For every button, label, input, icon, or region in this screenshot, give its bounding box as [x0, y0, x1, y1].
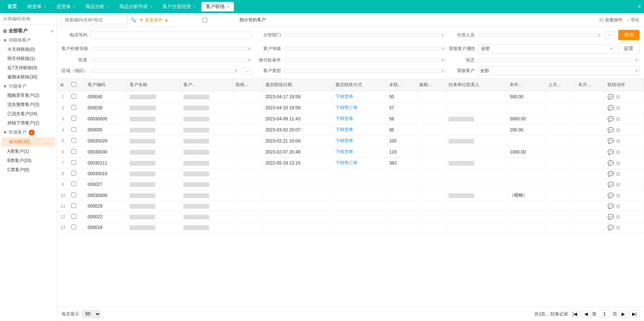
row-last-way[interactable]: 下销货单 — [333, 147, 387, 158]
more-conditions-btn[interactable]: ▼ 更多条件 ▲ — [139, 17, 169, 23]
filter-input-phone[interactable] — [90, 31, 252, 39]
query-button[interactable]: 查询 — [618, 30, 640, 40]
row-last-way[interactable]: 下销售订单 — [333, 158, 387, 169]
sidebar-item-class-b[interactable]: B类客户(33) — [0, 156, 57, 165]
sidebar-item-today[interactable]: 今天待联络(0) — [0, 45, 57, 54]
search-icon[interactable]: 🔍 — [131, 17, 136, 22]
more-icon[interactable]: ⊞ — [616, 214, 620, 220]
th-partner-contact[interactable]: 往来单位联系人 — [446, 79, 507, 91]
th-not-contact[interactable]: 未联... — [387, 79, 416, 91]
filter-select-status[interactable] — [478, 59, 640, 62]
close-product-analysis-icon[interactable]: × — [107, 5, 109, 9]
select-all-checkbox[interactable] — [71, 82, 76, 87]
filter-select-scatter[interactable]: 全部 — [478, 66, 640, 75]
more-icon[interactable]: ⊞ — [616, 127, 620, 133]
more-icon[interactable]: ⊞ — [616, 203, 620, 209]
close-customer-contact-icon[interactable]: × — [227, 5, 229, 9]
more-icon[interactable]: ⊞ — [616, 181, 620, 187]
prev-page-btn[interactable]: ◀ — [581, 310, 591, 318]
filter-select-nature[interactable] — [90, 59, 252, 62]
collapse-sidebar-icon[interactable]: « — [51, 28, 54, 34]
sidebar-item-abnormal[interactable]: 囤购异常客户(2) — [0, 91, 57, 100]
sidebar-item-ungrouped[interactable]: 未分组(32) — [1, 137, 55, 147]
more-icon[interactable]: ⊞ — [616, 225, 620, 230]
tab-customer-layer[interactable]: 客户分层经营 × — [158, 2, 200, 11]
sidebar-item-class-a[interactable]: A类客户(1) — [0, 147, 57, 156]
tab-customer-contact[interactable]: 客户联络 × — [201, 2, 234, 11]
row-last-way[interactable]: 下销货单 — [333, 91, 387, 102]
my-customers-check[interactable]: 我分管的客户 — [172, 17, 266, 23]
group-problem-customers[interactable]: ▼ 问题客户 — [0, 82, 57, 91]
chat-icon[interactable]: 💬 — [608, 160, 614, 166]
row-checkbox[interactable] — [69, 222, 85, 233]
th-code[interactable]: 客户编码 — [85, 79, 127, 91]
chat-icon[interactable]: 💬 — [608, 127, 614, 133]
row-checkbox[interactable] — [69, 158, 85, 169]
row-checkbox[interactable] — [69, 124, 85, 135]
last-page-btn[interactable]: ▶| — [629, 310, 640, 318]
sidebar-item-tomorrow[interactable]: 明天待联络(1) — [0, 54, 57, 63]
group-value-customers[interactable]: ▼ 价值客户 ● — [0, 128, 57, 137]
chat-icon[interactable]: 💬 — [608, 181, 614, 187]
row-last-way[interactable] — [333, 222, 387, 233]
row-checkbox[interactable] — [69, 212, 85, 222]
sidebar-item-lost[interactable]: 已流失客户(24) — [0, 109, 57, 119]
filter-person-dots-btn[interactable]: ··· — [605, 31, 615, 39]
close-purchase-icon[interactable]: × — [73, 5, 75, 9]
sidebar-item-7days[interactable]: 近7天待联络(0) — [0, 63, 57, 73]
more-icon[interactable]: ⊞ — [616, 193, 620, 198]
group-pending-contact[interactable]: ▼ 待联络客户 — [0, 36, 57, 45]
filter-select-payment[interactable] — [284, 59, 446, 62]
export-btn[interactable]: ↓ 导出 — [627, 17, 640, 23]
row-last-way[interactable] — [333, 201, 387, 212]
th-name[interactable]: 客户名称 — [127, 79, 181, 91]
filter-select-dept[interactable] — [284, 33, 446, 36]
more-icon[interactable]: ⊞ — [616, 149, 620, 155]
filter-select-customer-level[interactable] — [284, 47, 446, 50]
th-action[interactable]: 联络动作 — [605, 79, 644, 91]
row-last-way[interactable]: 下销货单 — [333, 113, 387, 124]
row-last-way[interactable]: 下销货单 — [333, 124, 387, 135]
row-last-way[interactable] — [333, 169, 387, 179]
tab-home[interactable]: 首页 — [3, 2, 21, 11]
more-icon[interactable]: ⊞ — [616, 160, 620, 166]
filter-select-price-level[interactable] — [91, 47, 252, 50]
reset-button[interactable]: 设置 — [617, 43, 640, 54]
row-last-way[interactable]: 下销售订单 — [333, 102, 387, 113]
page-size-select[interactable]: 50 100 200 — [82, 310, 101, 318]
tab-sales[interactable]: 销货单 × — [23, 2, 50, 11]
tab-product-analysis-list[interactable]: 商品分析列表 × — [115, 2, 157, 11]
tab-product-analysis[interactable]: 商品分析 × — [81, 2, 113, 11]
row-checkbox[interactable] — [69, 135, 85, 147]
th-this-month[interactable]: 本月... — [576, 79, 605, 91]
chat-icon[interactable]: 💬 — [608, 214, 614, 220]
chat-icon[interactable]: 💬 — [608, 171, 614, 177]
th-contact[interactable]: 联络... — [233, 79, 263, 91]
chat-icon[interactable]: 💬 — [608, 94, 614, 100]
batch-operations-btn[interactable]: ☑ 批量操作 — [599, 17, 623, 23]
chat-icon[interactable]: 💬 — [608, 105, 614, 111]
all-customers-header[interactable]: ⊞ 全部客户 « — [0, 25, 57, 36]
chat-icon[interactable]: 💬 — [608, 138, 614, 144]
first-page-btn[interactable]: |◀ — [570, 310, 580, 318]
row-checkbox[interactable] — [69, 91, 85, 102]
filter-select-person[interactable] — [478, 33, 602, 36]
chat-icon[interactable]: 💬 — [608, 203, 614, 209]
chat-icon[interactable]: 💬 — [608, 225, 614, 230]
chat-icon[interactable]: 💬 — [608, 193, 614, 198]
next-page-btn[interactable]: ▶ — [619, 310, 628, 318]
sidebar-item-declining[interactable]: 持续下滑客户(2) — [0, 119, 57, 128]
th-overdue[interactable]: 逾期... — [416, 79, 446, 91]
close-sales-icon[interactable]: × — [44, 5, 46, 9]
row-checkbox[interactable] — [69, 190, 85, 201]
row-checkbox[interactable] — [69, 179, 85, 190]
row-checkbox[interactable] — [69, 113, 85, 124]
th-last-month[interactable]: 上月... — [546, 79, 576, 91]
sidebar-search-input[interactable] — [3, 16, 57, 21]
th-settings[interactable]: ⚙ — [57, 79, 69, 91]
sidebar-item-class-c[interactable]: C类客户(6) — [0, 165, 57, 174]
sidebar-item-overdue[interactable]: 逾期未联络(30) — [0, 73, 57, 82]
tab-purchase[interactable]: 进货单 × — [52, 2, 80, 11]
filter-region-dots-btn[interactable]: ··· — [242, 67, 252, 75]
th-last-date[interactable]: 最后联络日期 — [263, 79, 333, 91]
